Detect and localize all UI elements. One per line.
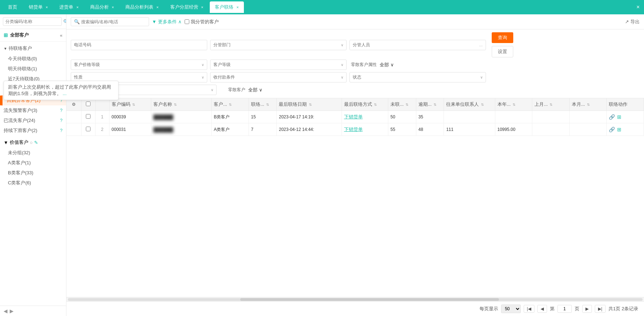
col-name-sort[interactable]: ⇅ [174, 103, 177, 107]
first-page-button[interactable]: |◀ [524, 305, 534, 313]
retail-customer-select[interactable]: 全部 ∨ [248, 87, 263, 93]
per-page-select[interactable]: 50 100 200 [501, 305, 521, 313]
retail-attr-select[interactable]: 全部 ∨ [380, 62, 394, 68]
nav-tab-sales[interactable]: 销货单 × [24, 1, 53, 13]
sidebar-lost-warning[interactable]: 流失预警客户(3) ? [0, 105, 66, 115]
col-related-person-sort[interactable]: ⇅ [481, 103, 484, 107]
prev-page-button[interactable]: ◀ [537, 305, 547, 313]
sidebar-declining[interactable]: 持续下滑客户(2) ? [0, 126, 66, 136]
row1-last-way[interactable]: 下销货单 [342, 111, 388, 123]
col-overdue[interactable]: 逾期... ⇅ [416, 98, 444, 111]
my-customer-checkbox-wrap[interactable]: 我分管的客户 [185, 19, 219, 25]
price-level-filter[interactable]: 客户价格等级 ∨ [71, 60, 207, 70]
col-code[interactable]: 客户编码 ⇅ [109, 98, 151, 111]
page-input[interactable] [557, 305, 572, 313]
col-last-way-sort[interactable]: ⇅ [374, 103, 377, 107]
close-purchase-icon[interactable]: × [76, 5, 78, 9]
col-overdue-sort[interactable]: ⇅ [434, 103, 436, 107]
row2-last-way[interactable]: 下销货单 [342, 123, 388, 136]
sidebar-class-b[interactable]: B类客户(33) [0, 168, 66, 178]
sidebar-search-input[interactable] [3, 17, 62, 26]
export-icon: ↗ [625, 19, 629, 24]
horizontal-scrollbar[interactable] [66, 297, 644, 301]
dept-filter[interactable]: 分管部门 ∨ [210, 40, 347, 50]
lost-warning-info-icon[interactable]: ? [60, 108, 62, 113]
col-contact-sort[interactable]: ⇅ [266, 103, 269, 107]
row1-checkbox[interactable] [86, 114, 91, 119]
sidebar-all-customers[interactable]: ⊞ 全部客户 « [0, 29, 66, 42]
phone-filter[interactable]: 电话号码 [71, 40, 207, 50]
col-checkbox[interactable] [81, 98, 95, 111]
sidebar-already-lost[interactable]: 已流失客户(24) ? [0, 115, 66, 126]
col-related-person[interactable]: 往来单位联系人 ⇅ [444, 98, 495, 111]
col-settings[interactable]: ⚙ [66, 98, 81, 111]
close-customer-tier-icon[interactable]: × [201, 5, 203, 9]
search-input-wrap[interactable]: 🔍 [71, 17, 149, 26]
row1-grid-icon[interactable]: ⊞ [617, 114, 621, 120]
col-not-contacted-sort[interactable]: ⇅ [406, 103, 408, 107]
search-input[interactable] [81, 19, 146, 24]
col-code-sort[interactable]: ⇅ [132, 103, 135, 107]
col-contact[interactable]: 联络... ⇅ [249, 98, 277, 111]
person-filter[interactable]: 分管人员 … [349, 40, 486, 50]
nav-tab-product-analysis[interactable]: 商品分析 × [85, 1, 119, 13]
my-customer-checkbox[interactable] [185, 19, 189, 24]
col-not-contacted[interactable]: 未联... ⇅ [388, 98, 416, 111]
col-name[interactable]: 客户名称 ⇅ [151, 98, 212, 111]
sidebar-value-group[interactable]: ▼ 价值客户 ○ ✎ [0, 137, 66, 148]
col-last-date[interactable]: 最后联络日期 ⇅ [277, 98, 342, 111]
value-edit-icon[interactable]: ✎ [34, 140, 38, 145]
close-product-list-icon[interactable]: × [156, 5, 158, 9]
sidebar-unclassified[interactable]: 未分组(32) [0, 148, 66, 158]
close-sales-icon[interactable]: × [46, 5, 48, 9]
next-page-button[interactable]: ▶ [582, 305, 592, 313]
row2-checkbox[interactable] [86, 127, 91, 131]
col-this-month-sort[interactable]: ⇅ [587, 103, 590, 107]
sidebar-prev-icon[interactable]: ◀ [4, 308, 8, 314]
customer-level-filter[interactable]: 客户等级 ∨ [210, 60, 347, 70]
close-customer-contact-icon[interactable]: × [236, 5, 238, 9]
query-button[interactable]: 查询 [492, 32, 513, 43]
sidebar-class-c[interactable]: C类客户(6) [0, 178, 66, 188]
select-all-checkbox[interactable] [86, 102, 91, 106]
col-last-way[interactable]: 最后联络方式 ⇅ [342, 98, 388, 111]
sidebar-tomorrow-pending[interactable]: 明天待联络(1) [0, 64, 66, 74]
row1-checkbox-cell[interactable] [81, 111, 95, 123]
settings-button[interactable]: 设置 [492, 46, 513, 57]
close-product-analysis-icon[interactable]: × [112, 5, 114, 9]
col-level[interactable]: 客户... ⇅ [212, 98, 249, 111]
sidebar-class-a[interactable]: A类客户(1) [0, 158, 66, 168]
more-conditions-button[interactable]: ▼ 更多条件 ∧ [152, 19, 182, 25]
row2-link-icon[interactable]: 🔗 [609, 127, 615, 132]
sidebar-search-icon[interactable]: 🔍 [63, 19, 66, 24]
sidebar-pending-group[interactable]: ▼ 待联络客户 [0, 43, 66, 54]
main-layout: 🔍 ⊞ 全部客户 « ▼ 待联络客户 今天待联络(0) 明天待联络(1) 近7天… [0, 14, 644, 316]
export-button[interactable]: ↗ 导出 [625, 19, 640, 25]
declining-info-icon[interactable]: ? [60, 128, 62, 133]
row2-checkbox-cell[interactable] [81, 123, 95, 136]
col-last-month-sort[interactable]: ⇅ [550, 103, 552, 107]
tooltip-more[interactable]: ... [62, 91, 66, 96]
payment-filter[interactable]: 收付款条件 ∨ [210, 72, 347, 82]
row1-link-icon[interactable]: 🔗 [609, 114, 615, 120]
hscroll-thumb[interactable] [240, 298, 499, 301]
col-this-year-sort[interactable]: ⇅ [513, 103, 515, 107]
nav-tab-customer-contact[interactable]: 客户联络 × [210, 1, 244, 13]
col-this-month[interactable]: 本月... ⇅ [569, 98, 607, 111]
col-this-year[interactable]: 本年... ⇅ [495, 98, 532, 111]
col-last-month[interactable]: 上月... ⇅ [532, 98, 570, 111]
sidebar-next-icon[interactable]: ▶ [10, 308, 14, 314]
already-lost-info-icon[interactable]: ? [60, 118, 62, 123]
last-page-button[interactable]: ▶| [595, 305, 606, 313]
nav-tab-product-list[interactable]: 商品分析列表 × [120, 1, 163, 13]
row2-grid-icon[interactable]: ⊞ [617, 127, 621, 132]
status-filter[interactable]: 状态 ∨ [349, 72, 486, 82]
sidebar-collapse-icon[interactable]: « [60, 33, 62, 38]
col-level-sort[interactable]: ⇅ [229, 103, 232, 107]
sidebar-today-pending[interactable]: 今天待联络(0) [0, 54, 66, 64]
col-last-date-sort[interactable]: ⇅ [309, 103, 312, 107]
nav-tab-customer-tier[interactable]: 客户分层经营 × [165, 1, 208, 13]
nav-tab-purchase[interactable]: 进货单 × [54, 1, 83, 13]
nav-tab-home[interactable]: 首页 [3, 1, 22, 13]
window-close-button[interactable]: × [636, 4, 640, 10]
